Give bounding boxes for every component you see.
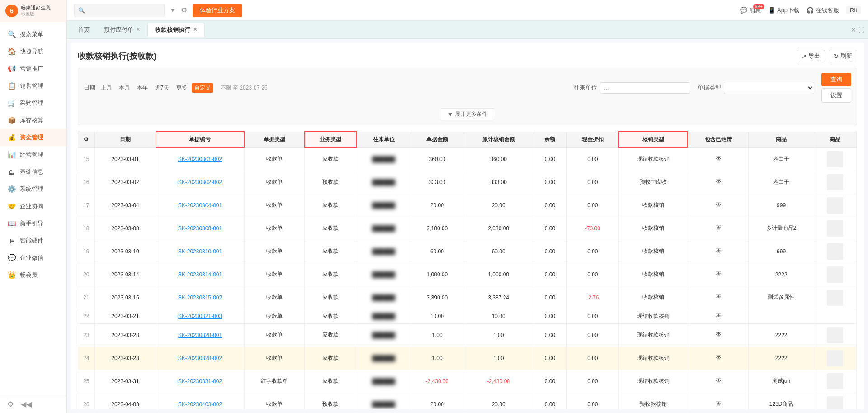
doc-no-link[interactable]: SK-20230308-001 (178, 225, 222, 232)
doc-no-link[interactable]: SK-20230403-002 (178, 401, 222, 408)
page-body: 收款核销执行(按收款) ↗ 导出 ↻ 刷新 日期 上月 本月 (71, 43, 864, 409)
gear-icon[interactable]: ⚙ (181, 6, 187, 14)
row-product: 999 (749, 240, 814, 263)
row-product2 (814, 147, 856, 171)
online-service-button[interactable]: 🎧 在线客服 (807, 6, 839, 14)
collapse-icon[interactable]: ◀◀ (21, 400, 32, 408)
sidebar-item-guide[interactable]: 📖新手引导 (0, 215, 66, 232)
settings-icon[interactable]: ⚙ (7, 400, 14, 408)
query-button[interactable]: 查询 (821, 73, 851, 86)
column-settings-icon[interactable]: ⚙ (84, 136, 89, 142)
message-button[interactable]: 💬 消息 99+ (740, 6, 761, 14)
row-cashdiscount: 0.00 (567, 147, 619, 171)
row-cashdiscount: 0.00 (567, 240, 619, 263)
col-settings-header[interactable]: ⚙ (78, 132, 94, 147)
sidebar-item-inventory[interactable]: 📦库存核算 (0, 112, 66, 129)
sidebar-item-system[interactable]: ⚙️系统管理 (0, 180, 66, 198)
sidebar-item-hardware[interactable]: 🖥智能硬件 (0, 232, 66, 249)
doc-no-link[interactable]: SK-20230301-002 (178, 156, 222, 162)
table-row: 23 2023-03-28 SK-20230328-001 收款单 应收款 ██… (78, 323, 857, 347)
expand-more-conditions-button[interactable]: ▼ 展开更多条件 (440, 108, 495, 120)
row-counterpart: ██████ (357, 323, 410, 347)
sidebar-item-basic[interactable]: 🗂基础信息 (0, 163, 66, 180)
filter-settings-button[interactable]: 设置 (821, 88, 851, 103)
sidebar-item-finance[interactable]: 💰资金管理 (0, 129, 66, 146)
maximize-window-icon[interactable]: ⛶ (858, 26, 864, 33)
sidebar-item-sales[interactable]: 📋销售管理 (0, 77, 66, 95)
row-amount: 20.00 (410, 393, 464, 409)
row-product: 老白干 (749, 171, 814, 194)
tab-collection[interactable]: 收款核销执行 ✕ (147, 23, 205, 37)
close-tab-collection-icon[interactable]: ✕ (193, 27, 197, 33)
tab-home[interactable]: 首页 (71, 23, 97, 37)
row-includesettled: 否 (688, 286, 748, 309)
doc-no-link[interactable]: SK-20230302-002 (178, 179, 222, 185)
app-download-button[interactable]: 📱 App下载 (768, 6, 799, 14)
export-button[interactable]: ↗ 导出 (797, 50, 825, 62)
purchase-icon: 🛒 (7, 99, 16, 107)
close-window-icon[interactable]: ✕ (851, 26, 856, 33)
close-tab-receivable-icon[interactable]: ✕ (136, 27, 140, 33)
doc-no-link[interactable]: SK-20230321-003 (178, 313, 222, 319)
message-badge: 99+ (753, 4, 764, 9)
sidebar-item-label: 销售管理 (20, 82, 43, 90)
doc-no-link[interactable]: SK-20230328-002 (178, 355, 222, 361)
doc-no-link[interactable]: SK-20230304-001 (178, 202, 222, 209)
row-date: 2023-03-31 (94, 370, 156, 393)
col-counterpart-header: 往来单位 (357, 132, 410, 147)
row-docno: SK-20230308-001 (156, 217, 244, 240)
sidebar-item-label: 基础信息 (20, 168, 43, 176)
user-menu[interactable]: Rit (846, 6, 861, 14)
tab-receivable[interactable]: 预付应付单 ✕ (97, 23, 147, 37)
doc-no-link[interactable]: SK-20230328-001 (178, 332, 222, 338)
search-bar[interactable]: 🔍 (74, 4, 165, 17)
date-custom-btn[interactable]: 自定义 (192, 83, 213, 93)
page-title: 收款核销执行(按收款) (78, 51, 156, 62)
doc-no-link[interactable]: SK-20230310-001 (178, 248, 222, 255)
sidebar-item-wechat[interactable]: 💬企业微信 (0, 249, 66, 266)
date-7days-btn[interactable]: 近7天 (152, 83, 172, 93)
row-product: 多计量商品2 (749, 217, 814, 240)
table-row: 15 2023-03-01 SK-20230301-002 收款单 应收款 ██… (78, 147, 857, 171)
table-row: 21 2023-03-15 SK-20230315-002 收款单 应收款 ██… (78, 286, 857, 309)
row-writeofftype: 预收中应收 (618, 171, 688, 194)
doc-no-link[interactable]: SK-20230314-001 (178, 271, 222, 278)
sidebar-item-enterprise[interactable]: 🤝企业协同 (0, 198, 66, 215)
row-product2 (814, 347, 856, 370)
row-docno: SK-20230310-001 (156, 240, 244, 263)
counterpart-value: ██████ (372, 401, 395, 408)
date-this-year-btn[interactable]: 本年 (134, 83, 151, 93)
sidebar-item-member[interactable]: 👑畅会员 (0, 266, 66, 284)
row-balance: 0.00 (533, 347, 566, 370)
sidebar-item-shortcut[interactable]: 🏠快捷导航 (0, 43, 66, 60)
sidebar-item-marketing[interactable]: 📢营销推广 (0, 60, 66, 77)
refresh-button[interactable]: ↻ 刷新 (829, 50, 857, 62)
date-this-month-btn[interactable]: 本月 (116, 83, 132, 93)
row-biztype: 应收款 (305, 240, 357, 263)
row-number: 23 (78, 323, 94, 347)
row-number: 20 (78, 263, 94, 286)
date-last-month-btn[interactable]: 上月 (98, 83, 114, 93)
row-amount: 2,100.00 (410, 217, 464, 240)
doc-no-link[interactable]: SK-20230331-002 (178, 378, 222, 385)
doc-no-link[interactable]: SK-20230315-002 (178, 294, 222, 301)
counterpart-filter-input[interactable] (600, 82, 690, 94)
row-docno: SK-20230328-001 (156, 323, 244, 347)
row-doctype: 收款单 (244, 393, 305, 409)
date-more-btn[interactable]: 更多 (174, 83, 190, 93)
doc-type-filter-select[interactable] (724, 82, 814, 94)
sidebar-item-search[interactable]: 🔍搜索菜单 (0, 26, 66, 43)
sidebar-item-purchase[interactable]: 🛒采购管理 (0, 95, 66, 112)
member-icon: 👑 (7, 271, 16, 279)
table-header-row: ⚙ 日期 单据编号 单据类型 业务类型 往来单位 单据金额 累计核销金额 余额 … (78, 132, 857, 147)
row-product: 2222 (749, 263, 814, 286)
sidebar-item-label: 搜索菜单 (20, 30, 43, 38)
row-includesettled: 否 (688, 217, 748, 240)
sidebar-item-operations[interactable]: 📊经营管理 (0, 146, 66, 163)
industry-solution-button[interactable]: 体验行业方案 (193, 4, 242, 17)
row-counterpart: ██████ (357, 370, 410, 393)
row-cumwriteoff: 360.00 (464, 147, 533, 171)
dropdown-arrow-icon[interactable]: ▼ (170, 7, 175, 14)
table-row: 25 2023-03-31 SK-20230331-002 红字收款单 应收款 … (78, 370, 857, 393)
row-writeofftype: 现结收款核销 (618, 347, 688, 370)
